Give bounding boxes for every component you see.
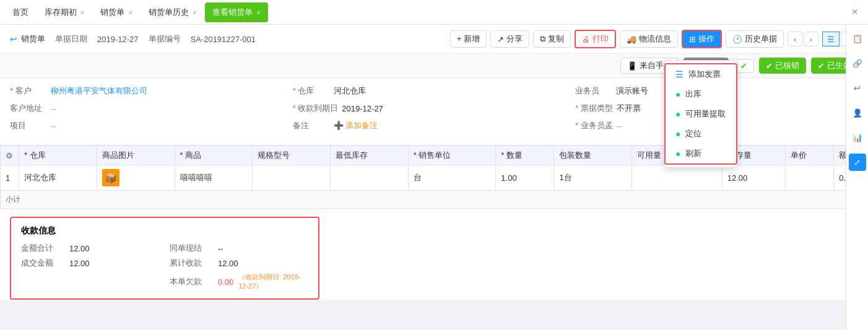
confirmed-icon: ✔	[740, 61, 747, 71]
add-remark-btn[interactable]: ➕ 添加备注	[334, 120, 378, 131]
locate-item[interactable]: ● 定位	[666, 124, 736, 144]
copy-icon: ⧉	[540, 34, 545, 44]
next-arrow[interactable]: ›	[804, 32, 818, 46]
row-stock: 12.00	[722, 165, 785, 191]
tab-bar: 首页 库存期初 × 销货单 × 销货单历史 × 查看销货单 × ×	[0, 0, 868, 25]
payment-grid: 金额合计 12.00 同单现结 -- 成交金额 12.00 累计收款 12.00…	[21, 243, 308, 291]
col-warehouse: * 仓库	[19, 146, 97, 165]
col-pack-qty-label: 包装数量	[559, 150, 591, 160]
total-amount-label: 金额合计	[21, 243, 64, 254]
outbound-item[interactable]: ● 出库	[666, 84, 736, 104]
tab-sales-order[interactable]: 销货单 ×	[93, 2, 139, 22]
ticket-type-label: 票据类型	[575, 103, 613, 114]
operations-button[interactable]: ⊞ 操作	[682, 30, 722, 48]
customer-value[interactable]: 柳州粤港平安气体有限公司	[51, 85, 147, 97]
new-button[interactable]: + 新增	[450, 30, 487, 48]
row-quantity: 1.00	[496, 165, 554, 191]
sidebar-chart-icon[interactable]: 📊	[849, 129, 866, 146]
row-product: 嘻嘻嘻嘻	[175, 165, 253, 191]
num-label: 单据编号	[149, 33, 181, 45]
available-extract-item[interactable]: ● 可用量提取	[666, 104, 736, 124]
col-unit-price: 单价	[785, 146, 833, 165]
tab-sales-history-close[interactable]: ×	[193, 9, 196, 16]
add-invoice-item[interactable]: ☰ 添加发票	[666, 64, 736, 84]
total-amount-item: 金额合计 12.00	[21, 243, 160, 254]
operations-icon: ⊞	[689, 35, 696, 44]
due-label: 本单欠款	[170, 276, 213, 287]
subtotal-cell: 小计	[1, 191, 868, 209]
row-spec	[253, 165, 331, 191]
sidebar-user-icon[interactable]: 👤	[849, 104, 866, 121]
tab-view-sales[interactable]: 查看销货单 ×	[205, 2, 267, 22]
add-invoice-label: 添加发票	[688, 69, 721, 80]
operations-button-label: 操作	[698, 33, 714, 45]
share-button-label: 分享	[506, 33, 523, 45]
doc-actions: + 新增 ↗ 分享 ⧉ 复制 🖨 打印 🚚 物流信息 ⊞ 操作	[450, 30, 858, 48]
logistics-button[interactable]: 🚚 物流信息	[620, 30, 678, 48]
add-icon: ➕	[334, 121, 344, 130]
transaction-label: 成交金额	[21, 258, 64, 269]
list-view-btn[interactable]: ☰	[822, 32, 840, 46]
operations-dropdown: ☰ 添加发票 ● 出库 ● 可用量提取 ● 定位 ● 刷新	[664, 60, 738, 168]
sold-button[interactable]: ✔ 已核销	[759, 58, 806, 74]
copy-button[interactable]: ⧉ 复制	[533, 30, 571, 48]
cumulative-label: 累计收款	[170, 258, 213, 269]
right-sidebar: 📋 🔗 ↩ 👤 📊 ⤢	[846, 25, 868, 330]
tab-inventory-init-close[interactable]: ×	[80, 9, 84, 16]
subtotal-row: 小计	[1, 191, 868, 209]
col-quantity: * 数量	[496, 146, 554, 165]
share-button[interactable]: ↗ 分享	[490, 30, 529, 48]
warehouse-value: 河北仓库	[334, 85, 366, 97]
col-min-stock-label: 最低库存	[336, 150, 368, 160]
history-button[interactable]: 🕐 历史单据	[726, 30, 784, 48]
sales-value: --	[617, 121, 622, 131]
tab-sales-history[interactable]: 销货单历史 ×	[141, 2, 204, 22]
row-pack-qty: 1台	[554, 165, 632, 191]
history-button-label: 历史单据	[745, 33, 777, 45]
outbound-label: 出库	[685, 89, 701, 100]
settings-icon[interactable]: ⚙	[6, 151, 13, 160]
col-quantity-label: * 数量	[501, 150, 523, 160]
warehouse-group: 仓库 河北仓库	[293, 85, 576, 97]
tab-inventory-init[interactable]: 库存期初 ×	[37, 2, 92, 22]
check-icon: ✔	[766, 61, 773, 71]
tab-sales-order-label: 销货单	[100, 7, 124, 18]
col-pack-qty: 包装数量	[554, 146, 632, 165]
doc-meta: 单据日期 2019-12-27 单据编号 SA-20191227-001	[55, 33, 256, 45]
sidebar-expand-icon[interactable]: ⤢	[849, 154, 866, 171]
sidebar-link-icon[interactable]: 🔗	[849, 54, 866, 72]
phone-icon: 📱	[627, 61, 637, 71]
total-amount-value: 12.00	[69, 244, 90, 253]
tab-view-sales-close[interactable]: ×	[256, 9, 260, 16]
remark-group: 备注 ➕ 添加备注	[293, 120, 576, 131]
history-icon: 🕐	[732, 35, 742, 44]
due-date-value: 2019-12-27	[342, 104, 383, 113]
payment-section: 收款信息 金额合计 12.00 同单现结 -- 成交金额 12.00 累计收款 …	[10, 217, 319, 300]
staff-value: 演示账号	[616, 85, 648, 97]
col-product-label: * 商品	[180, 150, 202, 160]
sidebar-docs-icon[interactable]: 📋	[849, 30, 866, 47]
col-min-stock: 最低库存	[331, 146, 409, 165]
product-img-icon: 📦	[105, 172, 117, 184]
tab-home[interactable]: 首页	[5, 2, 36, 22]
col-product: * 商品	[175, 146, 253, 165]
row-unit: 台	[408, 165, 496, 191]
copy-button-label: 复制	[548, 33, 564, 45]
effective-icon: ✔	[818, 61, 825, 71]
outbound-icon: ●	[675, 89, 680, 99]
due-date-label: 收款到期日	[293, 103, 339, 114]
customer-label: 客户	[10, 85, 47, 97]
ticket-type-value: 不开票	[617, 103, 641, 114]
col-img: 商品图片	[97, 146, 175, 165]
project-value: --	[51, 121, 56, 131]
customer-group: 客户 柳州粤港平安气体有限公司	[10, 85, 293, 97]
extract-icon: ●	[675, 109, 680, 119]
window-close-button[interactable]: ×	[846, 6, 863, 19]
refresh-icon: ●	[675, 149, 680, 158]
tab-sales-order-close[interactable]: ×	[128, 9, 132, 16]
prev-arrow[interactable]: ‹	[788, 32, 802, 46]
refresh-item[interactable]: ● 刷新	[666, 144, 736, 163]
col-spec-label: 规格型号	[258, 150, 290, 160]
sidebar-return-icon[interactable]: ↩	[849, 79, 866, 97]
print-button[interactable]: 🖨 打印	[575, 30, 616, 48]
